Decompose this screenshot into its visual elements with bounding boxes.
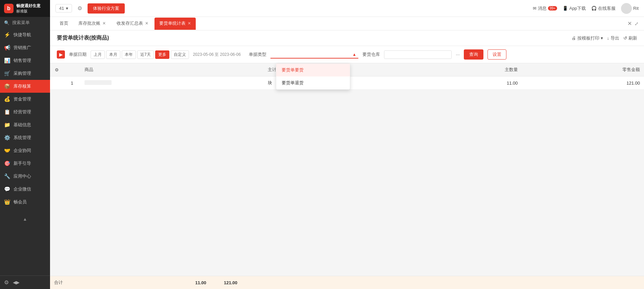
print-dropdown-icon: ▾ bbox=[601, 36, 603, 41]
date-buttons: 上月 本月 本年 近7天 更多 自定义 bbox=[91, 50, 189, 59]
main-area: 41 ▾ ⚙ 体验行业方案 ✉ 消息 99+ 📱 App下载 🎧 在线客服 R bbox=[50, 0, 644, 289]
tab-summary[interactable]: 收发存汇总表 ✕ bbox=[112, 18, 153, 30]
col-settings[interactable]: ⚙ bbox=[50, 63, 64, 76]
type-select-input[interactable] bbox=[270, 51, 358, 59]
product-placeholder bbox=[85, 80, 112, 85]
settings-btn[interactable]: 设置 bbox=[487, 49, 506, 60]
app-download-btn[interactable]: 📱 App下载 bbox=[563, 5, 586, 12]
purchase-icon: 🛒 bbox=[4, 70, 10, 76]
sidebar-item-newguide[interactable]: 🎯 新手引导 bbox=[0, 157, 50, 170]
app-download-label: App下载 bbox=[569, 5, 586, 12]
sidebar-item-label: 新手引导 bbox=[14, 160, 31, 166]
topbar-gear-button[interactable]: ⚙ bbox=[75, 3, 85, 14]
sidebar-scroll-up[interactable]: ▲ bbox=[0, 215, 50, 223]
sidebar-item-management[interactable]: 📋 经营管理 bbox=[0, 106, 50, 118]
dropdown-item-return[interactable]: 要货单退货 bbox=[276, 76, 350, 89]
sidebar-item-basicinfo[interactable]: 📁 基础信息 bbox=[0, 118, 50, 131]
refresh-icon: ↺ bbox=[623, 36, 627, 41]
print-label: 按模板打印 bbox=[577, 35, 599, 41]
finance-icon: 💰 bbox=[4, 96, 10, 102]
tab-home[interactable]: 首页 bbox=[55, 18, 72, 30]
page-actions: 🖨 按模板打印 ▾ ↓ 导出 ↺ 刷新 bbox=[572, 35, 638, 41]
footer-label: 合计 bbox=[54, 280, 152, 286]
sidebar-item-sales[interactable]: 📊 销售管理 bbox=[0, 54, 50, 67]
sidebar-item-finance[interactable]: 💰 资金管理 bbox=[0, 93, 50, 106]
warehouse-input[interactable] bbox=[384, 50, 452, 59]
sidebar-item-appcenter[interactable]: 🔧 应用中心 bbox=[0, 170, 50, 183]
logo-text: 畅捷通好生意 标准版 bbox=[16, 3, 41, 14]
sidebar-logo: b 畅捷通好生意 标准版 bbox=[0, 0, 50, 17]
date-btn-lastmonth[interactable]: 上月 bbox=[91, 50, 105, 59]
tabs-close-all[interactable]: ✕ bbox=[627, 20, 632, 27]
search-icon: 🔍 bbox=[4, 20, 9, 25]
print-btn[interactable]: 🖨 按模板打印 ▾ bbox=[572, 35, 603, 41]
message-badge: 99+ bbox=[548, 6, 557, 10]
home-label: 首页 bbox=[59, 20, 68, 26]
table-footer-wrapper: 合计 11.00 121.00 bbox=[50, 276, 644, 289]
col-product-header: 商品 bbox=[80, 63, 264, 76]
sidebar-item-inventory[interactable]: 📦 库存核算 bbox=[0, 80, 50, 93]
tab-order-stats[interactable]: 要货单统计表 ✕ bbox=[154, 18, 196, 30]
filter-bar: ▶ 单据日期 上月 本月 本年 近7天 更多 自定义 2023-05-06 至 … bbox=[50, 46, 644, 63]
sidebar-item-marketing[interactable]: 📢 营销推广 bbox=[0, 41, 50, 54]
date-btn-thisyear[interactable]: 本年 bbox=[122, 50, 136, 59]
page-title: 要货单统计表(按商品) bbox=[57, 35, 109, 42]
collapse-icon[interactable]: ◀▶ bbox=[13, 280, 20, 285]
dropdown-item-order[interactable]: 要货单要货 bbox=[276, 64, 350, 76]
tabs-expand[interactable]: ⤢ bbox=[635, 21, 639, 26]
sidebar-item-label: 销售管理 bbox=[14, 58, 31, 64]
enterprise-icon: 🤝 bbox=[4, 148, 10, 154]
tab-inventory-batch-label: 库存批次账 bbox=[78, 20, 100, 26]
store-selector[interactable]: 41 ▾ bbox=[55, 4, 72, 13]
headset-icon: 🎧 bbox=[591, 6, 597, 11]
sidebar-item-purchase[interactable]: 🛒 采购管理 bbox=[0, 67, 50, 80]
sidebar-item-search[interactable]: 🔍 搜索菜单 bbox=[0, 17, 50, 28]
online-service-btn[interactable]: 🎧 在线客服 bbox=[591, 5, 616, 12]
inventory-icon: 📦 bbox=[4, 83, 10, 89]
date-btn-more[interactable]: 更多 bbox=[155, 50, 169, 59]
row-product bbox=[80, 76, 264, 90]
export-btn[interactable]: ↓ 导出 bbox=[607, 35, 620, 41]
date-btn-thismonth[interactable]: 本月 bbox=[106, 50, 120, 59]
chevron-down-icon: ▾ bbox=[66, 6, 68, 11]
message-btn[interactable]: ✉ 消息 99+ bbox=[533, 5, 557, 12]
message-icon: ✉ bbox=[533, 6, 536, 11]
sidebar-item-quicknav[interactable]: ⚡ 快捷导航 bbox=[0, 28, 50, 41]
sidebar-item-wecom[interactable]: 💬 企业微信 bbox=[0, 183, 50, 196]
member-icon: 👑 bbox=[4, 199, 10, 205]
sales-icon: 📊 bbox=[4, 58, 10, 64]
sidebar-item-sysadmin[interactable]: ⚙️ 系统管理 bbox=[0, 131, 50, 144]
industry-btn[interactable]: 体验行业方案 bbox=[88, 3, 125, 14]
expand-filter-btn[interactable]: ▶ bbox=[57, 50, 65, 59]
tab-inventory-batch[interactable]: 库存批次账 ✕ bbox=[74, 18, 111, 30]
sidebar-item-label: 快捷导航 bbox=[14, 32, 31, 38]
user-avatar[interactable]: Rit bbox=[621, 3, 639, 14]
date-btn-custom[interactable]: 自定义 bbox=[171, 50, 189, 59]
print-icon: 🖨 bbox=[572, 36, 576, 41]
type-label: 单据类型 bbox=[249, 51, 266, 58]
tab-inventory-batch-close[interactable]: ✕ bbox=[102, 21, 106, 26]
store-number: 41 bbox=[59, 6, 64, 11]
footer-qty: 11.00 bbox=[179, 280, 206, 285]
avatar-img bbox=[621, 3, 632, 14]
type-select[interactable]: ▲ bbox=[270, 51, 358, 59]
sidebar-item-label: 畅会员 bbox=[14, 199, 27, 205]
tab-summary-close[interactable]: ✕ bbox=[145, 21, 148, 26]
logo-title: 畅捷通好生意 bbox=[16, 3, 41, 9]
refresh-btn[interactable]: ↺ 刷新 bbox=[623, 35, 637, 41]
quicknav-icon: ⚡ bbox=[4, 32, 10, 38]
settings-icon[interactable]: ⚙ bbox=[4, 279, 9, 286]
tab-order-stats-close[interactable]: ✕ bbox=[188, 21, 191, 26]
footer-amount: 121.00 bbox=[210, 280, 237, 285]
sidebar-item-label: 搜索菜单 bbox=[12, 20, 30, 26]
row-num: 1 bbox=[64, 76, 80, 90]
date-btn-7days[interactable]: 近7天 bbox=[137, 50, 154, 59]
type-dropdown: 要货单要货 要货单退货 bbox=[276, 63, 350, 90]
date-label: 单据日期 bbox=[69, 51, 87, 58]
sidebar-item-enterprise[interactable]: 🤝 企业协同 bbox=[0, 144, 50, 157]
query-btn[interactable]: 查询 bbox=[464, 49, 483, 60]
export-icon: ↓ bbox=[607, 36, 610, 41]
sidebar-item-member[interactable]: 👑 畅会员 bbox=[0, 196, 50, 208]
basicinfo-icon: 📁 bbox=[4, 122, 10, 128]
more-options-btn[interactable]: ··· bbox=[456, 52, 460, 57]
